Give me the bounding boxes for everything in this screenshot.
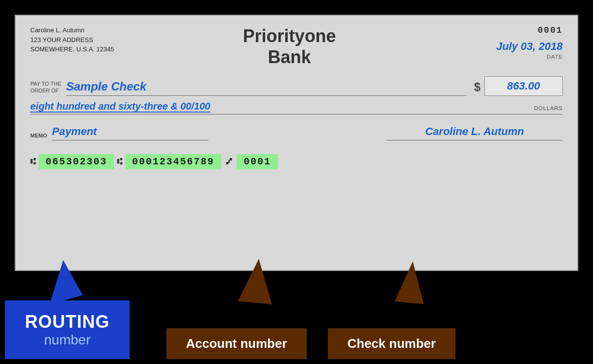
pay-to-label: PAY TO THEORDER OF <box>30 80 61 96</box>
check-top-section: Caroline L. Autumn 123 YOUR ADDRESS SOME… <box>30 25 563 68</box>
account-arrow-icon <box>238 257 276 304</box>
check-top-right: 0001 July 03, 2018 DATE <box>465 25 563 60</box>
micr-line: ⑆ 065302303 ⑆ 000123456789 ⑇ 0001 <box>30 154 563 169</box>
check-paper: Caroline L. Autumn 123 YOUR ADDRESS SOME… <box>15 15 578 271</box>
date-label: DATE <box>465 54 563 60</box>
payee-line: Sample Check <box>66 80 467 96</box>
address-line1: 123 YOUR ADDRESS <box>30 35 114 45</box>
routing-label-main: ROUTING <box>25 312 110 332</box>
check-number-badge: Check number <box>328 328 456 359</box>
pay-to-row: PAY TO THEORDER OF Sample Check $ 863.00 <box>30 76 563 96</box>
account-badge: Account number <box>166 328 307 359</box>
written-amount-row: eight hundred and sixty-three & 00/100 D… <box>30 101 563 114</box>
legend-area: ROUTING number Account number Check numb… <box>0 278 593 364</box>
check-number-display: 0001 <box>465 25 563 35</box>
signature-value: Caroline L. Autumn <box>425 125 524 137</box>
micr-routing-number: 065302303 <box>39 154 114 169</box>
account-label: Account number <box>186 336 287 351</box>
address-name: Caroline L. Autumn <box>30 25 114 35</box>
signature-area: Caroline L. Autumn <box>387 125 563 140</box>
memo-row: MEMO Payment Caroline L. Autumn <box>30 125 563 140</box>
routing-label-sub: number <box>44 332 91 348</box>
dollars-label: DOLLARS <box>534 105 563 112</box>
bank-name: PriorityoneBank <box>114 25 465 68</box>
routing-badge: ROUTING number <box>5 300 130 359</box>
check-number-arrow-icon <box>394 260 427 304</box>
micr-close-symbol: ⑆ <box>117 157 122 167</box>
micr-check-number: 0001 <box>237 154 278 169</box>
memo-value: Payment <box>52 125 97 137</box>
memo-line: Payment <box>52 125 208 140</box>
memo-label: MEMO <box>30 133 47 140</box>
amount-box: 863.00 <box>484 76 563 96</box>
dollar-sign: $ <box>474 80 480 96</box>
micr-equals-symbol: ⑇ <box>226 156 232 167</box>
check-date: July 03, 2018 <box>465 40 563 53</box>
amount-value: 863.00 <box>507 80 540 92</box>
micr-account-number: 000123456789 <box>125 154 221 169</box>
check-address: Caroline L. Autumn 123 YOUR ADDRESS SOME… <box>30 25 114 54</box>
check-number-label: Check number <box>347 336 436 351</box>
written-amount: eight hundred and sixty-three & 00/100 <box>30 101 534 112</box>
payee-name: Sample Check <box>66 80 146 93</box>
address-line2: SOMEWHERE. U.S.A. 12345 <box>30 45 114 54</box>
micr-open-symbol: ⑆ <box>30 157 36 167</box>
